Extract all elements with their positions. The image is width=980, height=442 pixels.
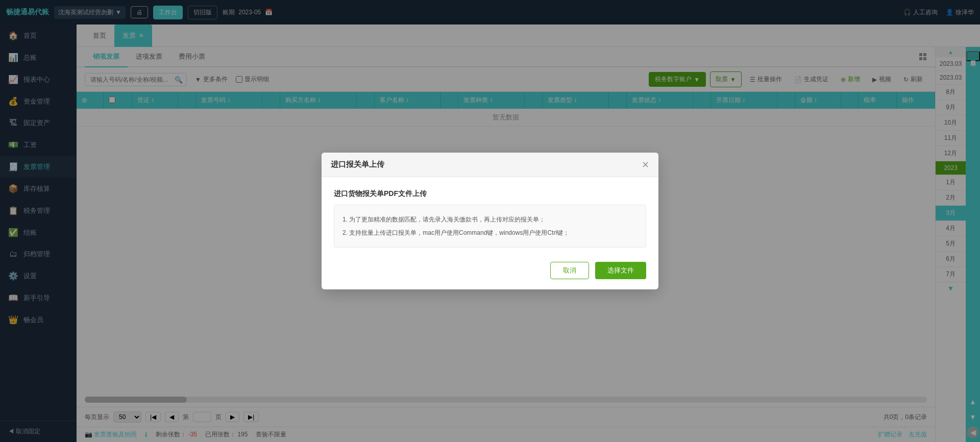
modal-section-title: 进口货物报关单PDF文件上传 xyxy=(334,189,646,199)
modal-close-btn[interactable]: ✕ xyxy=(642,160,649,169)
modal-info-box: 1. 为了更加精准的数据匹配，请先录入海关缴款书，再上传对应的报关单； 2. 支… xyxy=(334,205,646,248)
modal-overlay[interactable]: 进口报关单上传 ✕ 进口货物报关单PDF文件上传 1. 为了更加精准的数据匹配，… xyxy=(0,0,980,442)
modal-cancel-btn[interactable]: 取消 xyxy=(550,262,589,279)
modal-tip-1: 1. 为了更加精准的数据匹配，请先录入海关缴款书，再上传对应的报关单； xyxy=(342,213,638,226)
modal-select-file-btn[interactable]: 选择文件 xyxy=(595,262,646,279)
modal-tip-2: 2. 支持批量上传进口报关单，mac用户使用Command键，windows用户… xyxy=(342,227,638,239)
modal-title: 进口报关单上传 xyxy=(331,160,384,169)
modal-header: 进口报关单上传 ✕ xyxy=(322,153,658,177)
modal-body: 进口货物报关单PDF文件上传 1. 为了更加精准的数据匹配，请先录入海关缴款书，… xyxy=(322,177,658,254)
import-customs-modal: 进口报关单上传 ✕ 进口货物报关单PDF文件上传 1. 为了更加精准的数据匹配，… xyxy=(322,153,658,289)
modal-footer: 取消 选择文件 xyxy=(322,254,658,289)
